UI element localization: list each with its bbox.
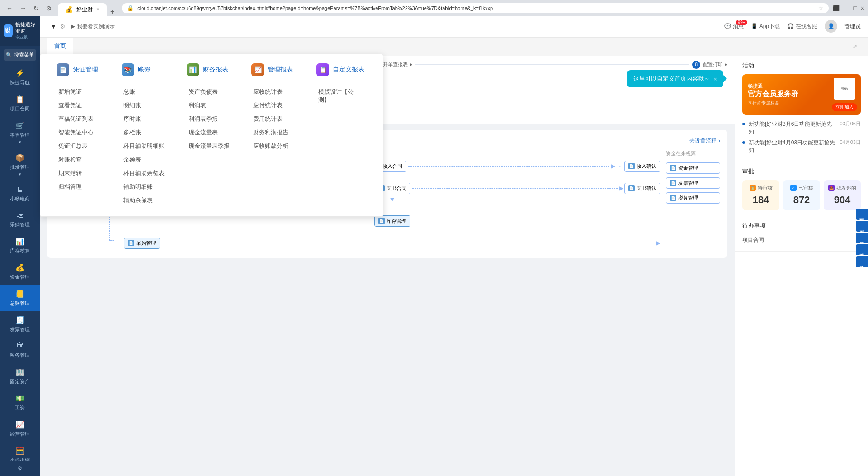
approval-submitted-card[interactable]: 📤 我发起的 904 xyxy=(824,180,861,210)
nav-back-button[interactable]: ← xyxy=(4,4,15,13)
demo-link[interactable]: ▶ 我要看实例演示 xyxy=(71,23,115,30)
tax-mgr-node[interactable]: 📄 税务管理 xyxy=(666,192,720,204)
sidebar-item-ops[interactable]: 📈 经营管理 xyxy=(0,416,40,442)
menu-item-profit-quarter[interactable]: 利润表季报 xyxy=(187,112,237,126)
sidebar-settings-button[interactable]: ⚙ xyxy=(0,461,40,476)
message-button[interactable]: 💬 消息 99+ xyxy=(724,23,744,30)
join-button[interactable]: 立即加入 xyxy=(832,103,857,111)
menu-item-chrono[interactable]: 序时账 xyxy=(122,112,172,126)
sidebar-item-salary[interactable]: 💵 工资 xyxy=(0,390,40,416)
menu-item-template-design[interactable]: 模版设计【公测】 xyxy=(316,85,367,107)
approval-pending-card[interactable]: ⏳ 待审核 184 xyxy=(742,180,779,210)
maximize-button[interactable]: □ xyxy=(853,5,857,12)
quick-help-center[interactable]: 帮助中心 xyxy=(856,221,868,232)
approval-cards: ⏳ 待审核 184 ✓ 已审核 872 xyxy=(742,180,861,210)
nav-forward-button[interactable]: → xyxy=(17,4,29,13)
pending-item-project[interactable]: 项目合同 xyxy=(742,234,861,246)
sidebar-item-eshop[interactable]: 🖥 小畅电商 xyxy=(0,181,40,207)
sidebar-item-label: 零售管理 xyxy=(10,132,30,138)
browser-nav[interactable]: ← → ↻ ⊗ xyxy=(4,4,54,13)
menu-item-smart-center[interactable]: 智能凭证中心 xyxy=(57,126,107,139)
quick-community[interactable]: 服务社区 xyxy=(856,244,868,255)
custom-tip-close-button[interactable]: × xyxy=(713,76,717,82)
quick-home-settings[interactable]: 首页设置 xyxy=(856,209,868,220)
menu-item-receivable-stat[interactable]: 应收统计表 xyxy=(251,85,302,99)
menu-item-subject-detail[interactable]: 科目辅助明细账 xyxy=(122,139,172,153)
menu-item-new-voucher[interactable]: 新增凭证 xyxy=(57,85,107,99)
menu-item-period-end[interactable]: 期末结转 xyxy=(57,167,107,180)
down-arrow-icon: ▼ xyxy=(389,196,396,203)
menu-item-view-voucher[interactable]: 查看凭证 xyxy=(57,99,107,112)
menu-item-receivable-analysis[interactable]: 应收账款分析 xyxy=(251,139,302,153)
menu-item-balance[interactable]: 余额表 xyxy=(122,153,172,167)
address-bar[interactable]: 🔒 cloud.chanjet.com/cc/u6d89qwnryel/57bf… xyxy=(122,3,829,13)
revenue-confirm-node[interactable]: 📄 收入确认 xyxy=(624,161,660,172)
dashed-line-2 xyxy=(408,166,610,167)
search-menu-button[interactable]: 🔍 搜索菜单 xyxy=(4,49,36,61)
submitted-count: 904 xyxy=(828,194,856,206)
sidebar-item-accounting[interactable]: 📒 总账管理 xyxy=(0,285,40,311)
topbar-actions: 💬 消息 99+ 📱 App下载 🎧 在线客服 👤 管理员 xyxy=(724,20,861,33)
menu-item-general[interactable]: 总账 xyxy=(122,85,172,99)
setup-flow-link[interactable]: 去设置流程 › xyxy=(689,137,720,145)
menu-item-reconcile[interactable]: 对账检查 xyxy=(57,153,107,167)
capital-mgr-node[interactable]: 📄 资金管理 xyxy=(666,162,720,174)
sidebar-item-wholesale[interactable]: 📦 批发管理 ▼ xyxy=(0,149,40,181)
menu-item-draft-voucher[interactable]: 草稿凭证列表 xyxy=(57,112,107,126)
menu-item-cashflow[interactable]: 现金流量表 xyxy=(187,126,237,139)
sidebar-item-assets[interactable]: 🏢 固定资产 xyxy=(0,363,40,390)
browser-tab-active[interactable]: 💰 好业财 × xyxy=(58,3,107,16)
menu-item-payable-stat[interactable]: 应付统计表 xyxy=(251,99,302,112)
purchase-node[interactable]: 📄 采购管理 xyxy=(124,238,160,249)
sidebar-item-capital[interactable]: 💰 资金管理 xyxy=(0,259,40,285)
nav-delete-button[interactable]: ⊗ xyxy=(43,4,54,13)
sidebar-item-tax[interactable]: 🏛 税务管理 xyxy=(0,338,40,363)
sidebar-item-retail[interactable]: 🛒 零售管理 ▼ xyxy=(0,117,40,149)
invoice-icon: 🧾 xyxy=(15,316,24,324)
news-item-2[interactable]: 新功能|好业财4月03日功能更新抢先知 04月03日 xyxy=(742,137,861,156)
tab-home[interactable]: 首页 xyxy=(47,38,73,56)
app-download-button[interactable]: 📱 App下载 xyxy=(751,23,780,30)
menu-item-aux-detail[interactable]: 辅助明细账 xyxy=(122,180,172,194)
user-avatar[interactable]: 👤 xyxy=(825,20,837,33)
nav-refresh-button[interactable]: ↻ xyxy=(31,4,42,13)
approval-approved-card[interactable]: ✓ 已审核 872 xyxy=(783,180,820,210)
company-selector[interactable]: ▼ ⚙ xyxy=(47,23,66,30)
sidebar-item-invoice[interactable]: 🧾 发票管理 xyxy=(0,311,40,338)
menu-item-cashflow-quarter[interactable]: 现金流量表季报 xyxy=(187,139,237,153)
menu-item-archive[interactable]: 归档管理 xyxy=(57,180,107,194)
menu-item-profit-report[interactable]: 财务利润报告 xyxy=(251,126,302,139)
sidebar-item-project[interactable]: 📋 项目合同 xyxy=(0,90,40,117)
sidebar-item-marketing[interactable]: 🧮 小畅报销 xyxy=(0,442,40,461)
service-button[interactable]: 🎧 在线客服 xyxy=(787,23,817,30)
news-item-1[interactable]: 新功能|好业财3月6日功能更新抢先知 03月06日 xyxy=(742,119,861,138)
expense-confirm-node[interactable]: 📄 支出确认 xyxy=(624,183,660,194)
sidebar-item-purchase[interactable]: 🛍 采购管理 xyxy=(0,207,40,233)
sidebar-item-inventory[interactable]: 📊 库存核算 xyxy=(0,233,40,259)
tab-expand-button[interactable]: ⤢ xyxy=(849,40,861,53)
quick-service[interactable]: 客服热线 xyxy=(856,233,868,243)
quick-desktop[interactable]: 桌面快捷 xyxy=(856,256,868,267)
step-8-label: 配置打印 ● xyxy=(703,61,727,68)
sidebar-item-shortcut[interactable]: ⚡ 快捷导航 xyxy=(0,64,40,90)
tab-close-button[interactable]: × xyxy=(96,6,99,13)
menu-item-balance-sheet[interactable]: 资产负债表 xyxy=(187,85,237,99)
menu-item-subject-balance[interactable]: 科目辅助余额表 xyxy=(122,167,172,180)
menu-item-detail[interactable]: 明细账 xyxy=(122,99,172,112)
star-icon[interactable]: ☆ xyxy=(818,5,823,11)
logo-text: 畅捷通好业财 xyxy=(15,21,36,34)
qr-code: 扫码 xyxy=(834,78,855,100)
menu-item-multi-col[interactable]: 多栏账 xyxy=(122,126,172,139)
extensions-button[interactable]: ⬛ xyxy=(832,5,840,11)
inventory-node[interactable]: 📄 库存管理 xyxy=(374,215,410,227)
menu-item-expense-stat[interactable]: 费用统计表 xyxy=(251,112,302,126)
menu-item-aux-balance[interactable]: 辅助余额表 xyxy=(122,194,172,207)
activity-main-text: 畅捷通 xyxy=(748,83,798,90)
new-tab-button[interactable]: + xyxy=(107,8,118,16)
settings-icon[interactable]: ⚙ xyxy=(60,23,66,30)
menu-item-profit[interactable]: 利润表 xyxy=(187,99,237,112)
close-button[interactable]: × xyxy=(861,5,864,12)
invoice-mgr-node[interactable]: 📄 发票管理 xyxy=(666,177,720,189)
menu-item-voucher-summary[interactable]: 凭证汇总表 xyxy=(57,139,107,153)
minimize-button[interactable]: — xyxy=(843,5,849,12)
